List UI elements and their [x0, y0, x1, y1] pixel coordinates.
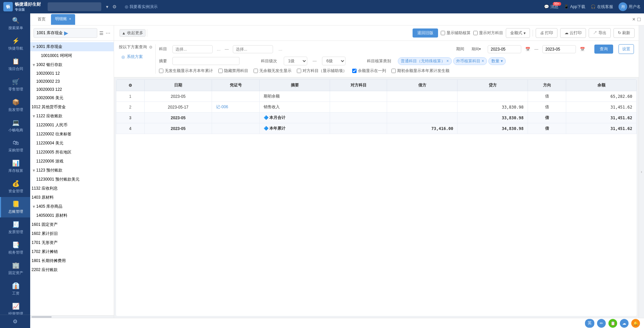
show-auxiliary-input[interactable] [441, 31, 445, 35]
message-nav[interactable]: 💬 消息 99+ [544, 4, 558, 10]
level-start-select[interactable]: 1级2级3级 [284, 57, 307, 65]
cloud-print-button[interactable]: ☁ 云打印 [560, 28, 586, 38]
tab-home[interactable]: 首页 [34, 14, 50, 25]
sidebar-item-search[interactable]: 🔍 搜索菜单 [0, 13, 30, 34]
account-list-tool[interactable]: ☰ [99, 30, 104, 36]
filter-plan-item[interactable]: ◎ 系统方案 [119, 52, 153, 62]
tree-item-10010001[interactable]: 10010001 呵呵呵 [30, 51, 114, 60]
cb-no-balance[interactable]: 无余额无发生显示 [254, 68, 291, 74]
cb-balance-one-col[interactable]: 余额显示在一列 [352, 68, 386, 74]
account-settings-tool[interactable]: ⋯ [106, 30, 110, 36]
type-tag-foreign[interactable]: 外币核算科目 × [453, 57, 487, 65]
type-tag-foreign-remove[interactable]: × [482, 59, 484, 63]
show-auxiliary-checkbox[interactable]: 显示辅助核算 [441, 30, 471, 36]
tree-item-1702[interactable]: 1702 累计摊销 [30, 247, 114, 256]
service-nav[interactable]: 🎧 在线客服 [591, 4, 613, 10]
amount-format-button[interactable]: 金额式 ▾ [506, 28, 530, 38]
tree-item-1132[interactable]: 1132 应收利息 [30, 184, 114, 193]
tree-item-1012[interactable]: 1012 其他货币资金 [30, 103, 114, 112]
subject-input[interactable] [172, 45, 213, 53]
tree-item-10020006[interactable]: 10020006 美元 [30, 93, 114, 103]
type-tag-normal-remove[interactable]: × [446, 59, 449, 63]
sidebar-item-hr[interactable]: 👔 工资 [0, 279, 30, 299]
tree-item-1123[interactable]: ▼ 1123 预付账款 [30, 166, 114, 175]
sidebar-item-tax[interactable]: 📑 税务管理 [0, 238, 30, 258]
search-input[interactable] [48, 2, 101, 11]
tree-item-11220002[interactable]: 11220002 往来标签 [30, 130, 114, 139]
tree-item-10020003[interactable]: 10020003 122 [30, 85, 114, 93]
sidebar-item-wholesale[interactable]: 📦 批发管理 [0, 95, 30, 116]
settings-icon[interactable]: ⚙ [111, 3, 118, 10]
sidebar-item-project[interactable]: 📋 项目合同 [0, 54, 30, 75]
filter-settings-button[interactable]: 设置 [619, 44, 634, 54]
cloud-icon-button[interactable]: ☁ [620, 319, 629, 328]
type-tag-normal[interactable]: 普通科目（无特殊核算） × [398, 57, 452, 65]
user-nav[interactable]: 用 用户名 [619, 2, 641, 11]
sidebar-gear-button[interactable]: ⚙ [13, 318, 17, 325]
filter-panel-settings[interactable]: ⚙ [149, 45, 153, 50]
tree-item-1403[interactable]: 1403 原材料 [30, 193, 114, 202]
tree-item-1601[interactable]: 1601 固定资产 [30, 220, 114, 229]
copy-icon-button[interactable]: 📋 [608, 319, 617, 328]
query-button[interactable]: 查询 [594, 45, 613, 54]
account-selector[interactable]: 1001 库存现金 ▶ [34, 28, 97, 38]
level-end-select[interactable]: 6级3级4级 [322, 57, 345, 65]
sidebar-item-business[interactable]: 📈 经营管理 [0, 299, 30, 315]
tree-item-11220006[interactable]: 11220006 游戏 [30, 157, 114, 166]
cb-balance-one-col-input[interactable] [352, 69, 357, 73]
lang-button[interactable]: 英 [585, 319, 594, 328]
tree-item-1122[interactable]: ▼ 1122 应收账款 [30, 112, 114, 121]
period-start-input[interactable] [488, 45, 521, 53]
demo-link[interactable]: ◎ 我要看实例演示 [125, 4, 158, 10]
sidebar-item-accounting[interactable]: 📒 总账管理 [0, 197, 30, 217]
period-end-input[interactable] [542, 45, 576, 53]
cb-show-opposite-input[interactable] [297, 69, 301, 73]
return-old-version-button[interactable]: 退回旧版 [413, 28, 438, 38]
cb-no-occur-input[interactable] [159, 69, 163, 73]
sidebar-item-retail[interactable]: 🛒 零售管理 [0, 75, 30, 95]
window-maximize-button[interactable]: □ [637, 16, 641, 22]
tree-item-11220005[interactable]: 11220005 所在地区 [30, 148, 114, 157]
export-button[interactable]: ↗ 导出 [589, 28, 610, 38]
tree-item-2202[interactable]: 2202 应付账款 [30, 265, 114, 274]
right-sidebar-toggle[interactable]: › [639, 25, 644, 318]
sidebar-item-purchase[interactable]: 🛍 采购管理 [0, 136, 30, 156]
cb-no-balance-input[interactable] [254, 69, 258, 73]
cb-year-cumul[interactable]: 期初余额显示本年累计发生额 [391, 68, 449, 74]
cb-no-occur[interactable]: 无发生额显示本月本年累计 [159, 68, 213, 74]
tree-item-1602[interactable]: 1602 累计折旧 [30, 229, 114, 238]
edit-icon-button[interactable]: ✏ [597, 319, 606, 328]
summary-input[interactable] [172, 57, 239, 65]
tree-item-10020002[interactable]: 10020002 23 [30, 77, 114, 85]
tree-item-14050001[interactable]: 14050001 原材料 [30, 211, 114, 220]
tree-item-11230001[interactable]: 11230001 预付账款美元 [30, 175, 114, 184]
expand-filter-button[interactable]: ▲ 收起更多 [119, 29, 146, 37]
download-nav[interactable]: 📱 App下载 [564, 4, 585, 10]
sidebar-item-asset[interactable]: 🏢 固定资产 [0, 258, 30, 279]
cb-year-cumul-input[interactable] [391, 69, 396, 73]
dropdown-arrow[interactable]: ▾ [105, 3, 110, 10]
subject-input-end[interactable] [233, 45, 273, 53]
tree-item-10020001[interactable]: 10020001 12 [30, 69, 114, 77]
tree-item-1801[interactable]: 1801 长期待摊费用 [30, 256, 114, 265]
sidebar-item-inventory[interactable]: 📊 库存核算 [0, 156, 30, 177]
tab-ledger-close[interactable]: × [69, 17, 71, 21]
window-close-button[interactable]: × [632, 16, 635, 22]
cb-hide-used-input[interactable] [218, 69, 223, 73]
bell-icon-button[interactable]: 🔔 [631, 319, 640, 328]
tab-ledger[interactable]: 明细账 × [51, 14, 75, 25]
tree-item-1405[interactable]: ▼ 1405 库存商品 [30, 202, 114, 211]
show-opposite-checkbox[interactable]: 显示对方科目 [473, 30, 503, 36]
refresh-button[interactable]: ↻ 刷新 [613, 28, 635, 38]
tree-item-11220001[interactable]: 11220001 人民币 [30, 121, 114, 130]
print-button[interactable]: 🖨 打印 [536, 28, 557, 38]
cb-show-opposite[interactable]: 对方科目（显示辅助项） [297, 68, 347, 74]
voucher-link-1[interactable]: 记-006 [216, 105, 228, 109]
sidebar-item-ecommerce[interactable]: 💻 小畅电商 [0, 116, 30, 136]
tree-item-1001[interactable]: ▼ 1001 库存现金 [30, 42, 114, 51]
sidebar-item-quick[interactable]: ⚡ 快捷导航 [0, 34, 30, 54]
sidebar-item-invoice[interactable]: 🧾 发票管理 [0, 217, 30, 238]
type-tag-qty[interactable]: 数量 ▾ [488, 57, 506, 65]
sidebar-item-capital[interactable]: 💰 资金管理 [0, 177, 30, 197]
cb-hide-used[interactable]: 隐藏禁用科目 [218, 68, 248, 74]
